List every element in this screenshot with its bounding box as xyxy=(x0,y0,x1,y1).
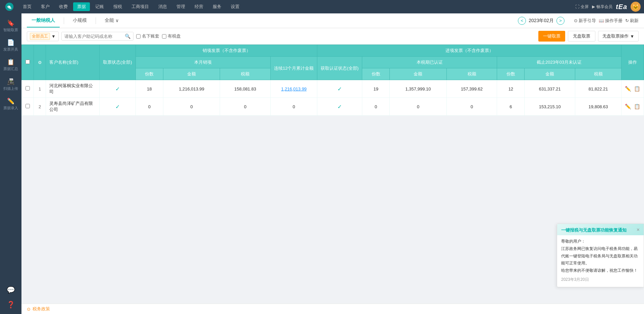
row-customer-name-0: 河北柯落桐实业有限公司 xyxy=(46,80,100,98)
all-label: 全能 xyxy=(105,17,114,23)
prev-month-button[interactable]: < xyxy=(518,17,526,25)
sidebar-item-label-3: 票据汇总 xyxy=(3,67,18,71)
col-month-amount-header: 金额 xyxy=(163,68,220,80)
row-month-shares-0: 18 xyxy=(136,80,163,98)
next-month-button[interactable]: > xyxy=(556,17,565,25)
manual-label: 操作手册 xyxy=(605,18,623,24)
checkbox-tax-plate-input[interactable] xyxy=(162,34,166,39)
notification-popup: 一键报税与无盘取票功能恢复通知 × 尊敬的用户： 江苏政务网已恢复访问电子税务局… xyxy=(557,224,644,287)
edit-icon-1[interactable]: ✏️ xyxy=(625,104,631,110)
nav-business[interactable]: 工商项目 xyxy=(127,2,153,11)
fullscreen-label: 全屏 xyxy=(581,4,589,10)
top-nav-right: ⛶ 全屏 ▶ 畅享会员 tEa 🐱 xyxy=(575,2,641,12)
search-box: 🔍 xyxy=(61,32,133,41)
row-uncert-tax-1: 19,808.63 xyxy=(575,98,622,116)
sidebar-item-invoice-issue[interactable]: 📄 发票开具 xyxy=(0,36,21,54)
col-month-tax-header: 税额 xyxy=(220,68,271,80)
row-uncert-shares-0: 12 xyxy=(497,80,525,98)
employee-select[interactable]: 全部员工 ▼ xyxy=(27,32,59,41)
checkbox-tax-plate[interactable]: 有税盘 xyxy=(162,33,181,39)
sidebar-item-label-5: 票据录入 xyxy=(3,106,18,110)
logo xyxy=(3,1,15,13)
no-plate-acquire-button[interactable]: 无盘取票 xyxy=(568,31,595,42)
search-input[interactable] xyxy=(62,33,122,40)
edit-icon-0[interactable]: ✏️ xyxy=(625,86,631,92)
notification-content: 江苏政务网已恢复访问电子税务局功能，易代账一键登陆电子税务局与无盘取票相关功能可… xyxy=(561,245,640,267)
checkbox-account-input[interactable] xyxy=(136,34,141,39)
col-month-sales-header: 本月销项 xyxy=(136,57,270,68)
sidebar-item-scan-upload[interactable]: 📠 扫描上传 xyxy=(0,75,21,93)
sidebar-item-label-1: 智能取票 xyxy=(3,28,18,32)
checkbox-account[interactable]: 名下账套 xyxy=(136,33,159,39)
refresh-link[interactable]: ↻ 刷新 xyxy=(625,18,639,24)
fullscreen-icon: ⛶ xyxy=(575,4,579,9)
user-avatar[interactable]: 🐱 xyxy=(631,2,641,12)
nav-invoice[interactable]: 票据 xyxy=(73,2,90,11)
nav-service[interactable]: 服务 xyxy=(209,2,225,11)
invoice-entry-icon: ✏️ xyxy=(7,98,14,105)
nav-bookkeeping[interactable]: 记账 xyxy=(91,2,108,11)
row-checkbox-1[interactable] xyxy=(22,98,34,116)
table-row: 1 河北柯落桐实业有限公司 ✓ 18 1,216,013.99 158,081.… xyxy=(22,80,644,98)
tab-all[interactable]: 全能 ∨ xyxy=(100,14,123,27)
col-checkbox-header xyxy=(22,45,34,80)
row-cert-amount-1: 0 xyxy=(390,98,446,116)
notification-close-button[interactable]: × xyxy=(637,227,640,233)
new-guide-link[interactable]: ⊙ 新手引导 xyxy=(574,18,596,24)
col-uncert-tax-header: 税额 xyxy=(575,68,622,80)
row-cert-amount-0: 1,357,999.10 xyxy=(390,80,446,98)
member-label: 畅享会员 xyxy=(596,4,612,10)
search-button[interactable]: 🔍 xyxy=(122,32,133,40)
bottom-bar[interactable]: ⊙ 税务政策 xyxy=(21,304,644,314)
row-checkbox-0[interactable] xyxy=(22,80,34,98)
fullscreen-button[interactable]: ⛶ 全屏 xyxy=(575,4,589,10)
employee-dropdown-icon: ▼ xyxy=(51,34,56,39)
view-icon-0[interactable]: 📋 xyxy=(634,86,640,92)
nav-home[interactable]: 首页 xyxy=(19,2,36,11)
row-num-0: 1 xyxy=(34,80,46,98)
nav-settings[interactable]: 设置 xyxy=(227,2,244,11)
date-label: 2023年02月 xyxy=(529,18,554,24)
nav-customer[interactable]: 客户 xyxy=(37,2,54,11)
nav-fee[interactable]: 收费 xyxy=(55,2,72,11)
nav-tax[interactable]: 报税 xyxy=(109,2,126,11)
select-all-checkbox[interactable] xyxy=(25,60,30,64)
no-plate-ops-label: 无盘取票操作 xyxy=(602,33,629,39)
policy-label: 税务政策 xyxy=(33,306,50,312)
nav-message[interactable]: 消息 xyxy=(154,2,171,11)
notification-body: 尊敬的用户： 江苏政务网已恢复访问电子税务局功能，易代账一键登陆电子税务局与无盘… xyxy=(557,235,644,287)
col-uncert-shares-header: 份数 xyxy=(497,68,525,80)
row-uncert-shares-1: 6 xyxy=(497,98,525,116)
manual-link[interactable]: 📖 操作手册 xyxy=(599,18,623,24)
nav-manage[interactable]: 管理 xyxy=(172,2,189,11)
view-icon-1[interactable]: 📋 xyxy=(634,104,640,110)
toolbar-right: 一键取票 无盘取票 无盘取票操作 ▼ xyxy=(538,31,639,42)
tab-divider-1 xyxy=(64,17,64,24)
row-customer-name-1: 灵寿县尚泽矿产品有限公司 xyxy=(46,98,100,116)
row-month-tax-0: 158,081.83 xyxy=(220,80,271,98)
member-button[interactable]: ▶ 畅享会员 xyxy=(592,4,612,10)
sidebar-item-invoice-entry[interactable]: ✏️ 票据录入 xyxy=(0,95,21,113)
date-nav: < 2023年02月 > xyxy=(518,17,565,25)
col-cert-period-header: 本税期已认证 xyxy=(362,57,497,68)
top-actions: ⊙ 新手引导 📖 操作手册 ↻ 刷新 xyxy=(574,18,639,24)
row-accumulated-0: 1,216,013.99 xyxy=(270,80,317,98)
row-cert-shares-0: 19 xyxy=(362,80,390,98)
row-actions-0: ✏️ 📋 xyxy=(622,80,644,98)
message-icon[interactable]: 💬 xyxy=(5,284,17,296)
tab-general-taxpayer[interactable]: 一般纳税人 xyxy=(27,14,60,27)
sidebar-item-smart-fetch[interactable]: 🔖 智能取票 xyxy=(0,17,21,35)
no-plate-ops-dropdown[interactable]: 无盘取票操作 ▼ xyxy=(598,31,639,42)
table-container: ⚙ 客户名称(全部) 取票状态(全部) 销项发票（不含作废票） 进项发票（不含作… xyxy=(21,45,644,304)
help-icon[interactable]: ❓ xyxy=(5,299,17,311)
notification-header: 一键报税与无盘取票功能恢复通知 × xyxy=(557,224,644,235)
one-key-fetch-button[interactable]: 一键取票 xyxy=(538,31,565,42)
row-month-shares-1: 0 xyxy=(136,98,163,116)
col-uncert-amount-header: 金额 xyxy=(525,68,575,80)
checkbox-tax-plate-label: 有税盘 xyxy=(168,33,181,39)
sidebar-item-invoice-summary[interactable]: 📋 票据汇总 xyxy=(0,56,21,74)
row-month-tax-1: 0 xyxy=(220,98,271,116)
refresh-label: 刷新 xyxy=(630,18,639,24)
nav-operation[interactable]: 经营 xyxy=(191,2,207,11)
tab-small-scale[interactable]: 小规模 xyxy=(68,14,92,27)
